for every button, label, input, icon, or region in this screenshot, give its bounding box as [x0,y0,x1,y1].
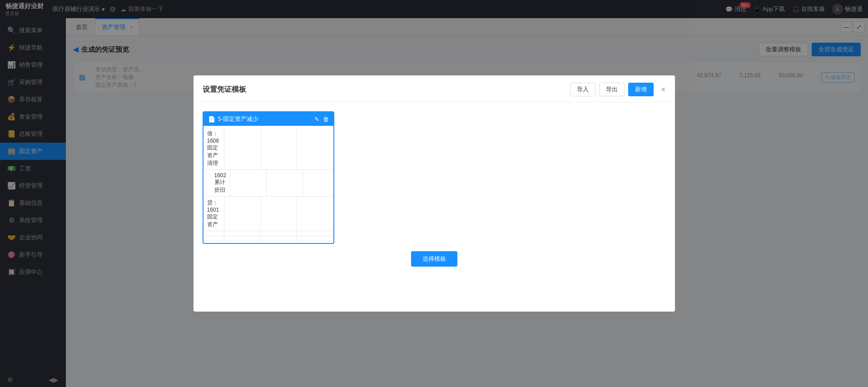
debit-amount-2 [230,170,267,196]
credit-amount-credit-1 [261,197,297,231]
template-row-debit-1: 借：1606 固定资产清理 [203,128,333,170]
template-row-credit-1: 贷：1601 固定资产 [203,197,333,231]
remark-empty-2 [297,236,333,241]
export-button[interactable]: 导出 [599,83,625,96]
modal-header-actions: 导入 导出 新增 × [570,83,666,96]
template-card: 📄 5-固定资产减少 ✎ 🗑 借：1606 固定资产清理 [203,111,334,244]
credit-empty-1 [261,231,297,236]
delete-template-icon[interactable]: 🗑 [323,116,329,123]
template-row-debit-2: 1602 累计折旧 [203,170,333,197]
account-debit-2: 1602 累计折旧 [203,170,231,196]
debit-amount-1 [224,128,261,169]
debit-empty-2 [224,236,261,241]
template-row-empty-2 [203,236,333,241]
account-debit-1: 借：1606 固定资产清理 [203,128,224,169]
credit-empty-2 [261,236,297,241]
import-button[interactable]: 导入 [570,83,595,96]
select-template-button[interactable]: 选择模板 [411,251,457,267]
template-card-body: 借：1606 固定资产清理 1602 累计折旧 贷：1601 固 [203,126,333,243]
template-doc-icon: 📄 [208,116,215,123]
debit-amount-credit-1 [224,197,261,231]
edit-template-icon[interactable]: ✎ [314,116,319,123]
remark-credit-1 [297,197,333,231]
remark-2 [303,170,334,196]
account-credit-1: 贷：1601 固定资产 [203,197,224,231]
voucher-template-modal: 设置凭证模板 导入 导出 新增 × 📄 5-固定资产减少 ✎ 🗑 [193,75,675,312]
modal-overlay: 设置凭证模板 导入 导出 新增 × 📄 5-固定资产减少 ✎ 🗑 [0,0,868,387]
template-name: 5-固定资产减少 [218,115,259,123]
modal-close-button[interactable]: × [661,85,666,94]
select-template-area: 选择模板 [203,251,666,267]
template-card-actions: ✎ 🗑 [314,116,329,123]
account-empty-1 [203,231,224,236]
credit-amount-2 [267,170,303,196]
credit-amount-1 [261,128,297,169]
remark-empty-1 [297,231,333,236]
template-row-empty-1 [203,231,333,236]
modal-title: 设置凭证模板 [203,85,246,94]
account-empty-2 [203,236,224,241]
remark-1 [297,128,333,169]
template-card-title-area: 📄 5-固定资产减少 [208,115,259,123]
template-card-header: 📄 5-固定资产减少 ✎ 🗑 [203,112,333,126]
debit-empty-1 [224,231,261,236]
modal-body: 📄 5-固定资产减少 ✎ 🗑 借：1606 固定资产清理 [193,102,675,312]
modal-header: 设置凭证模板 导入 导出 新增 × [193,75,675,102]
new-template-button[interactable]: 新增 [628,83,654,96]
